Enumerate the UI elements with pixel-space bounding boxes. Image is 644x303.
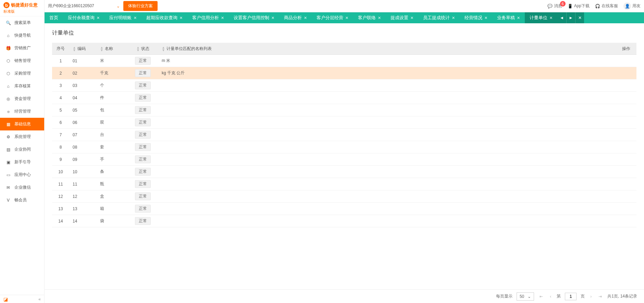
sidebar-item-label: 采购管理 (14, 71, 31, 76)
tab[interactable]: 业务草稿✕ (492, 12, 525, 23)
page-prev-button[interactable]: ‹ (548, 294, 553, 299)
th-alias[interactable]: ▲▼计量单位匹配的名称列表 (158, 43, 616, 55)
table-row[interactable]: 606双正常 (52, 116, 636, 129)
tab-close-icon[interactable]: ✕ (410, 16, 413, 20)
sidebar-item[interactable]: ⚙系统管理 (0, 130, 44, 143)
tab-close-all[interactable]: ✕ (575, 12, 584, 23)
tab-close-icon[interactable]: ✕ (134, 16, 137, 20)
cell-code: 07 (69, 129, 97, 141)
sidebar-item[interactable]: V畅会员 (0, 194, 44, 206)
page-input[interactable] (565, 293, 577, 300)
user-menu[interactable]: 👤 用友 (623, 2, 641, 10)
tab-label: 客户分层经营 (317, 15, 343, 21)
tab-close-icon[interactable]: ✕ (97, 16, 100, 20)
table-row[interactable]: 1010条正常 (52, 166, 636, 178)
table-row[interactable]: 404件正常 (52, 92, 636, 104)
th-code[interactable]: ▲▼编码 (69, 43, 97, 55)
sidebar-item[interactable]: ✉企业微信 (0, 181, 44, 194)
cell-seq: 7 (52, 129, 69, 141)
sidebar-item[interactable]: 🎁营销推广 (0, 42, 44, 54)
tab[interactable]: 应付余额查询✕ (63, 12, 104, 23)
th-name[interactable]: ▲▼名称 (97, 43, 127, 55)
tab[interactable]: 提成设置✕ (386, 12, 418, 23)
top-right: 💬 消息 6 📱 App下载 🎧 在线客服 👤 用友 (547, 2, 641, 10)
page-next-button[interactable]: › (589, 294, 593, 299)
table-row[interactable]: 1212盒正常 (52, 190, 636, 203)
cell-code: 02 (69, 67, 97, 79)
tab-close-icon[interactable]: ✕ (304, 16, 307, 20)
tab[interactable]: 应付明细账✕ (104, 12, 141, 23)
tab-close-icon[interactable]: ✕ (484, 16, 487, 20)
menu-icon: ▤ (5, 147, 11, 152)
th-status[interactable]: ▲▼状态 (127, 43, 158, 55)
table-row[interactable]: 1111瓶正常 (52, 178, 636, 190)
cell-name: 个 (97, 79, 127, 92)
cell-seq: 1 (52, 55, 69, 67)
sidebar-item[interactable]: ⌾经营管理 (0, 105, 44, 118)
page-label-prefix: 第 (557, 293, 561, 299)
cell-code: 03 (69, 79, 97, 92)
table-row[interactable]: 202千克正常kg 千克 公斤 (52, 67, 636, 79)
sidebar-item[interactable]: 🔍搜索菜单 (0, 16, 44, 29)
sidebar-item[interactable]: ⬡销售管理 (0, 54, 44, 67)
table-header-row: 序号 ▲▼编码 ▲▼名称 ▲▼状态 ▲▼计量单位匹配的名称列表 操作 (52, 43, 636, 55)
account-selector[interactable]: 用户690企业1660120507 ⌄ (48, 3, 120, 9)
table-row[interactable]: 303个正常 (52, 79, 636, 92)
sidebar-collapse-button[interactable]: « (38, 297, 41, 302)
tab[interactable]: 客户联络✕ (353, 12, 386, 23)
tab[interactable]: 设置客户信用控制✕ (229, 12, 279, 23)
tab[interactable]: 首页 (45, 12, 63, 23)
cell-status: 正常 (127, 203, 158, 215)
tab[interactable]: 超期应收款查询✕ (141, 12, 187, 23)
app-download-button[interactable]: 📱 App下载 (568, 3, 590, 9)
table-row[interactable]: 808套正常 (52, 141, 636, 153)
tab[interactable]: 客户分层经营✕ (312, 12, 353, 23)
table-row[interactable]: 1313箱正常 (52, 203, 636, 215)
menu-icon: 🔍 (5, 20, 11, 26)
tab[interactable]: 客户信用分析✕ (187, 12, 229, 23)
tab[interactable]: 员工提成统计✕ (418, 12, 460, 23)
tab[interactable]: 经营情况✕ (460, 12, 492, 23)
sidebar-item[interactable]: ⬡采购管理 (0, 67, 44, 80)
sidebar-item[interactable]: ▤企业协同 (0, 143, 44, 156)
tab-close-icon[interactable]: ✕ (517, 16, 520, 20)
table-row[interactable]: 909手正常 (52, 153, 636, 166)
table-row[interactable]: 1414袋正常 (52, 215, 636, 227)
tab-close-icon[interactable]: ✕ (549, 16, 553, 20)
page-last-button[interactable]: ⇥ (597, 294, 603, 299)
page-size-select[interactable]: 50 ⌄ (517, 292, 534, 301)
sidebar-item-label: 企业微信 (14, 185, 31, 190)
table-row[interactable]: 101米正常m 米 (52, 55, 636, 67)
sidebar-item[interactable]: ⌂快捷导航 (0, 29, 44, 42)
tab-scroll-left[interactable]: ◄ (557, 12, 566, 23)
tab-close-icon[interactable]: ✕ (452, 16, 455, 20)
status-tag: 正常 (135, 180, 151, 188)
tab-close-icon[interactable]: ✕ (345, 16, 348, 20)
sidebar-item[interactable]: ▦基础信息 (0, 118, 44, 130)
tab-close-icon[interactable]: ✕ (221, 16, 224, 20)
trial-button[interactable]: 体验行业方案 (123, 1, 158, 11)
page-first-button[interactable]: ⇤ (538, 294, 544, 299)
tab-close-icon[interactable]: ✕ (179, 16, 183, 20)
table-row[interactable]: 707台正常 (52, 129, 636, 141)
tab-close-icon[interactable]: ✕ (271, 16, 274, 20)
tab[interactable]: 计量单位✕ (525, 12, 557, 23)
tab-close-icon[interactable]: ✕ (378, 16, 381, 20)
table-wrap[interactable]: 序号 ▲▼编码 ▲▼名称 ▲▼状态 ▲▼计量单位匹配的名称列表 操作 101米正… (52, 43, 636, 283)
messages-button[interactable]: 💬 消息 6 (547, 3, 562, 9)
sidebar-item[interactable]: ▭应用中心 (0, 168, 44, 181)
chevron-down-icon: ⌄ (528, 294, 531, 299)
service-label: 在线客服 (602, 3, 618, 9)
tab[interactable]: 商品分析✕ (279, 12, 312, 23)
cell-code: 12 (69, 190, 97, 203)
footer-accent-icon[interactable]: ◪ (3, 296, 8, 302)
cell-alias (158, 190, 616, 203)
table-row[interactable]: 505包正常 (52, 104, 636, 116)
tab-scroll-right[interactable]: ► (566, 12, 575, 23)
sidebar-item[interactable]: ⌂库存核算 (0, 80, 44, 92)
th-seq[interactable]: 序号 (52, 43, 69, 55)
sidebar-item[interactable]: ◎资金管理 (0, 92, 44, 105)
sidebar-item[interactable]: ▣新手引导 (0, 156, 44, 168)
cell-code: 08 (69, 141, 97, 153)
online-service-button[interactable]: 🎧 在线客服 (595, 3, 618, 9)
